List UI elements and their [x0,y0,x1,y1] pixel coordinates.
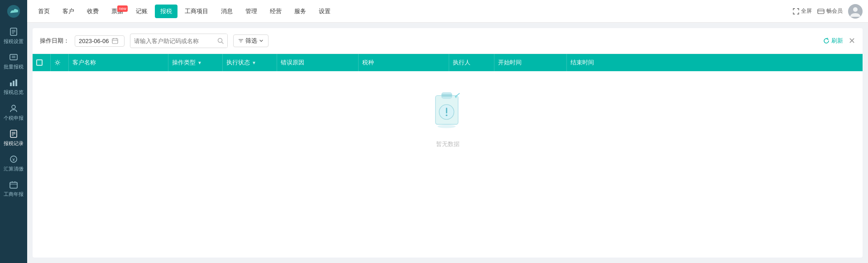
sidebar-item-huisuan-jiaona-label: 汇算清缴 [4,166,24,172]
sidebar-item-baoshui-jilu[interactable]: 报税记录 [0,125,27,150]
toolbar: 操作日期： 2023-06-06 [33,28,863,54]
filter-label: 筛选 [245,37,257,45]
column-settings-icon[interactable] [54,59,61,66]
sidebar-item-geshuisb-label: 个税申报 [4,115,24,121]
sidebar-item-gongshang-nianbao-label: 工商年报 [4,191,24,197]
topnav: 首页 客户 收费 票据 new 记账 报税 工商项目 消息 管理 经营 服务 设… [27,0,868,23]
sidebar-item-baoshui-zonglam[interactable]: 报税总览 [0,73,27,99]
nav-item-shoufei[interactable]: 收费 [82,5,104,18]
fullscreen-icon [793,8,799,15]
sidebar-item-huisuan-jiaona[interactable]: ¥ 汇算清缴 [0,150,27,175]
nav-item-shezhi[interactable]: 设置 [313,5,336,18]
nav-item-gongshang-xiangmu[interactable]: 工商项目 [179,5,214,18]
member-icon [817,8,825,15]
content-area: 操作日期： 2023-06-06 [27,23,868,263]
chevron-down-icon [259,39,264,43]
th-end-time: 结束时间 [567,54,621,71]
baoshui-shezhi-icon [8,26,19,37]
sidebar-item-baoshui-jilu-label: 报税记录 [4,141,24,146]
filter-button[interactable]: 筛选 [233,34,269,47]
svg-line-29 [222,42,224,44]
close-button[interactable]: ✕ [849,37,855,45]
svg-text:¥: ¥ [12,157,15,162]
geshuisb-icon [8,103,19,114]
nav-item-piaoju[interactable]: 票据 new [106,5,129,18]
search-input[interactable] [130,35,214,47]
sidebar-item-baoshui-zonglam-label: 报税总览 [4,89,24,95]
search-icon [217,38,224,44]
svg-rect-5 [10,54,17,60]
nav-item-shouye[interactable]: 首页 [33,5,55,18]
main-area: 首页 客户 收费 票据 new 记账 报税 工商项目 消息 管理 经营 服务 设… [27,0,868,263]
table-container[interactable]: 客户名称 操作类型 ▼ 执行状态 ▼ 错误原因 税种 [33,54,863,258]
svg-point-39 [446,114,447,116]
refresh-icon [823,38,830,44]
nav-item-kehu[interactable]: 客户 [57,5,80,18]
svg-rect-8 [10,83,12,86]
th-exec-status: 执行状态 ▼ [223,54,277,71]
sidebar-item-gongshang-nianbao[interactable]: 工商年报 [0,175,27,201]
date-value: 2023-06-06 [79,38,109,44]
svg-point-23 [853,7,858,12]
sidebar: 报税设置 批量报税 报税总览 个税申报 [0,0,27,263]
svg-point-11 [12,105,15,109]
empty-state-icon [425,89,470,135]
content-panel: 操作日期： 2023-06-06 [33,28,863,258]
fullscreen-label: 全屏 [801,7,812,15]
nav-item-guanli[interactable]: 管理 [240,5,263,18]
date-label: 操作日期： [40,37,69,45]
svg-rect-10 [15,79,17,86]
calendar-icon [112,38,118,44]
sidebar-item-piliang-baoshui-label: 批量报税 [4,64,24,70]
search-box [130,34,228,48]
svg-rect-36 [441,94,452,97]
svg-point-42 [437,125,456,128]
refresh-button[interactable]: 刷新 [823,37,843,45]
refresh-label: 刷新 [831,37,843,45]
sidebar-item-baoshui-shezhi-label: 报税设置 [4,39,24,44]
th-start-time: 开始时间 [494,54,567,71]
th-operation-type: 操作类型 ▼ [168,54,223,71]
topnav-items: 首页 客户 收费 票据 new 记账 报税 工商项目 消息 管理 经营 服务 设… [33,5,793,18]
th-settings [51,54,69,71]
piaoju-new-badge: new [117,5,128,12]
sidebar-logo [0,0,27,23]
sidebar-item-geshuisb[interactable]: 个税申报 [0,99,27,125]
nav-item-xiaoxi[interactable]: 消息 [216,5,238,18]
sort-icon-exec-status: ▼ [252,60,256,65]
th-customer-name: 客户名称 [69,54,168,71]
baoshui-jilu-icon [8,128,19,139]
nav-item-baoshui[interactable]: 报税 [155,5,177,18]
user-avatar[interactable] [848,4,863,19]
nav-item-fuwu[interactable]: 服务 [289,5,312,18]
member-label: 畅会员 [826,7,843,15]
svg-point-33 [57,62,59,64]
search-button[interactable] [214,34,227,48]
member-button[interactable]: 畅会员 [817,7,843,15]
nav-item-jizhang[interactable]: 记账 [130,5,153,18]
sort-icon-operation-type: ▼ [197,60,202,65]
empty-text: 暂无数据 [436,140,460,148]
piliang-baoshui-icon [8,52,19,63]
date-picker[interactable]: 2023-06-06 [75,35,125,47]
th-checkbox [33,54,51,71]
th-executor: 执行人 [449,54,494,71]
filter-icon [238,38,244,44]
svg-rect-18 [10,182,17,188]
baoshui-zonglam-icon [8,77,19,88]
topnav-right: 全屏 畅会员 [793,4,863,19]
nav-item-jingying[interactable]: 经营 [264,5,287,18]
table-header: 客户名称 操作类型 ▼ 执行状态 ▼ 错误原因 税种 [33,54,863,71]
svg-rect-24 [112,39,118,44]
fullscreen-button[interactable]: 全屏 [793,7,812,15]
select-all-checkbox[interactable] [36,59,43,66]
sidebar-item-piliang-baoshui[interactable]: 批量报税 [0,48,27,73]
svg-rect-20 [818,9,824,14]
gongshang-nianbao-icon [8,179,19,190]
th-error-reason: 错误原因 [277,54,359,71]
avatar-image [848,4,863,19]
toolbar-right: 刷新 ✕ [823,37,855,45]
th-tax-type: 税种 [359,54,449,71]
empty-state: 暂无数据 [33,71,863,166]
sidebar-item-baoshui-shezhi[interactable]: 报税设置 [0,23,27,48]
